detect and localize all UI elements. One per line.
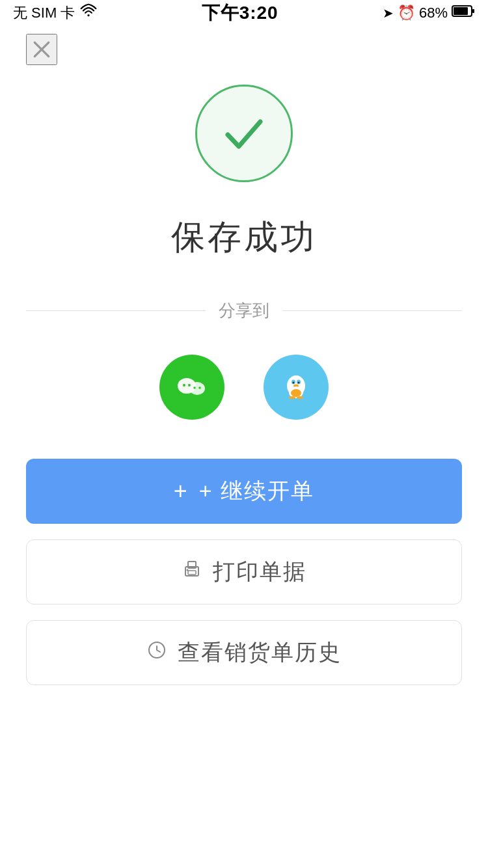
svg-rect-25 [188, 571, 196, 575]
success-title: 保存成功 [171, 215, 317, 260]
sim-status: 无 SIM 卡 [13, 3, 75, 23]
share-section: 分享到 [0, 299, 488, 420]
divider-right [282, 310, 462, 311]
action-buttons: + + 继续开单 打印单据 查看销货单历 [0, 459, 488, 685]
battery-percent: 68% [419, 5, 448, 21]
svg-point-0 [88, 14, 90, 16]
history-button[interactable]: 查看销货单历史 [26, 620, 462, 685]
battery-icon [452, 5, 475, 21]
print-button[interactable]: 打印单据 [26, 539, 462, 604]
history-label: 查看销货单历史 [178, 638, 342, 668]
svg-point-7 [189, 382, 205, 395]
share-divider: 分享到 [26, 299, 462, 322]
svg-point-16 [293, 382, 295, 384]
status-time: 下午3:20 [202, 1, 278, 25]
continue-label: + 继续开单 [199, 476, 314, 506]
share-label: 分享到 [219, 299, 269, 322]
qq-share-button[interactable] [264, 355, 329, 420]
svg-point-21 [289, 396, 295, 399]
svg-point-8 [183, 384, 185, 387]
status-left: 无 SIM 卡 [13, 3, 97, 23]
wifi-icon [80, 3, 97, 23]
alarm-icon: ⏰ [398, 5, 415, 21]
close-button[interactable] [26, 34, 57, 65]
svg-point-10 [193, 387, 196, 389]
status-bar: 无 SIM 卡 下午3:20 ➤ ⏰ 68% [0, 0, 488, 26]
wechat-share-button[interactable] [159, 355, 224, 420]
share-icons-row [26, 355, 462, 420]
location-icon: ➤ [383, 5, 394, 21]
svg-point-20 [291, 389, 301, 397]
history-icon [146, 640, 167, 666]
svg-rect-2 [472, 9, 474, 13]
svg-point-22 [297, 396, 303, 399]
svg-point-17 [298, 382, 300, 384]
divider-left [26, 310, 206, 311]
continue-button[interactable]: + + 继续开单 [26, 459, 462, 524]
main-content: 保存成功 分享到 [0, 26, 488, 685]
svg-point-26 [187, 569, 189, 571]
print-label: 打印单据 [213, 557, 306, 587]
svg-point-11 [198, 387, 201, 389]
print-icon [182, 559, 202, 585]
success-icon-circle [195, 85, 293, 182]
status-right: ➤ ⏰ 68% [383, 5, 475, 21]
svg-rect-3 [454, 7, 468, 15]
svg-point-9 [188, 384, 191, 387]
continue-icon: + [174, 478, 189, 505]
